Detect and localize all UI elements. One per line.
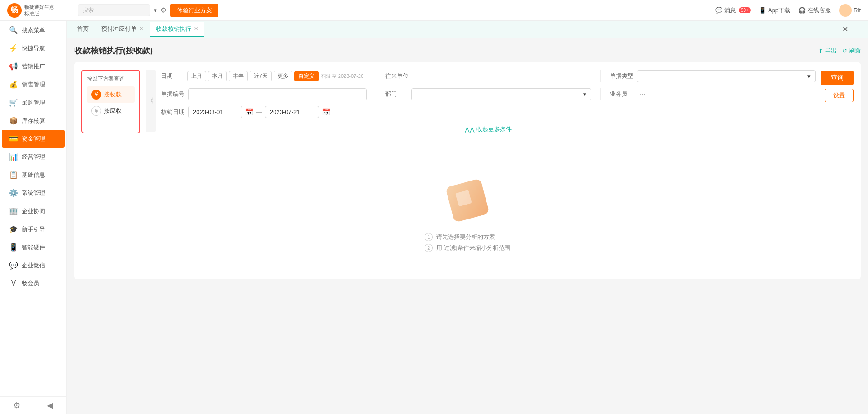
export-icon: ⬆ [818,48,823,54]
top-bar: 畅 畅捷通好生意 标准版 搜索 ▾ ⚙ 休验行业方案 💬 消息 99+ 📱 Ap… [0,0,868,21]
date-btn-last-month[interactable]: 上月 [187,71,206,81]
user-area[interactable]: Rit [839,4,861,17]
date-range-separator: — [256,109,262,115]
tab-bar-right: ✕ ⛶ [840,23,864,35]
operations-label: 经营管理 [22,153,45,161]
sidebar-item-purchase[interactable]: 🛒采购管理 [2,94,65,111]
refresh-button[interactable]: ↺ 刷新 [842,47,861,55]
date-btn-7days[interactable]: 近7天 [250,71,272,81]
empty-steps: 1 请先选择要分析的方案 2 用[过滤]条件来缩小分析范围 [425,233,510,252]
docnumber-label: 单据编号 [161,90,184,98]
date-btn-this-month[interactable]: 本月 [208,71,227,81]
logo-icon: 畅 [7,3,22,18]
message-icon: 💬 [715,7,722,14]
sidebar-item-enterprise[interactable]: 🏢企业协同 [2,202,65,220]
dropdown-arrow[interactable]: ▾ [154,7,157,14]
sidebar-item-operations[interactable]: 📊经营管理 [2,148,65,166]
service-icon: 🎧 [798,7,806,14]
tab-receivable-label: 收款核销执行 [156,25,191,33]
gear-button[interactable]: ⚙ [160,6,167,14]
filter-actions: 查询 设置 [821,70,854,133]
page-title-actions: ⬆ 导出 ↺ 刷新 [818,47,861,55]
sidebar-item-system[interactable]: ⚙️系统管理 [2,184,65,202]
doctype-select[interactable]: ▾ [637,70,816,82]
refresh-icon: ↺ [842,48,847,54]
enterprise-icon: 🏢 [9,207,18,215]
tab-expand-icon[interactable]: ⛶ [854,24,864,35]
sidebar-item-guide[interactable]: 🎓新手引导 [2,220,65,238]
sidebar-item-finance[interactable]: 💳资金管理 [2,130,65,148]
online-service-item[interactable]: 🎧 在线客服 [798,6,831,14]
tab-home[interactable]: 首页 [71,22,95,37]
tab-close-icon[interactable]: ✕ [840,23,850,35]
department-label: 部门 [385,90,408,98]
step-1-number: 1 [425,233,433,241]
brand-text: 畅捷通好生意 标准版 [24,4,54,17]
writeoff-date-start[interactable] [188,106,242,118]
date-filter: 日期 上月 本月 本年 近7天 更多 自定义 不限 至 2023-07-26 [161,71,367,81]
guide-label: 新手引导 [22,225,45,233]
doctype-filter: 单据类型 ▾ [610,70,816,82]
calendar-start-icon[interactable]: 📅 [245,108,254,116]
collapse-icon[interactable]: ◀ [47,400,53,410]
by-receivable-icon: ¥ [91,106,101,116]
sidebar-item-search-menu[interactable]: 🔍搜索菜单 [2,21,65,39]
sidebar-item-inventory[interactable]: 📦库存核算 [2,112,65,129]
purchase-icon: 🛒 [9,98,18,107]
settings-button[interactable]: 设置 [825,89,854,102]
search-menu-icon: 🔍 [9,26,18,34]
app-download-item[interactable]: 📱 App下载 [759,6,790,14]
industry-button[interactable]: 休验行业方案 [170,4,218,17]
guide-icon: 🎓 [9,225,18,233]
calendar-end-icon[interactable]: 📅 [322,108,330,116]
inventory-label: 库存核算 [22,117,45,125]
page-title-bar: 收款核销执行(按收款) ⬆ 导出 ↺ 刷新 [74,45,861,56]
sidebar-item-marketing[interactable]: 📢营销推广 [2,57,65,75]
counterparty-more-icon[interactable]: ··· [412,70,425,82]
page-content: 收款核销执行(按收款) ⬆ 导出 ↺ 刷新 按以下方案查询 ¥按收款¥按应收 [67,38,868,414]
sidebar-item-wechat[interactable]: 💬企业微信 [2,257,65,274]
sidebar-item-hardware[interactable]: 📱智能硬件 [2,238,65,256]
more-conditions-btn[interactable]: ⋀⋀ 收起更多条件 [465,125,512,133]
department-select[interactable]: ▾ [411,88,591,100]
query-button[interactable]: 查询 [821,71,854,85]
writeoff-date-end[interactable] [265,106,319,118]
docnumber-input[interactable] [188,88,367,100]
query-type-by-receipt[interactable]: ¥按收款 [87,86,135,103]
query-type-by-receivable[interactable]: ¥按应收 [87,103,135,119]
marketing-icon: 📢 [9,62,18,71]
date-hint: 不限 至 2023-07-26 [321,73,363,80]
message-item[interactable]: 💬 消息 99+ [715,6,751,14]
tab-receivable-close[interactable]: ✕ [194,26,198,32]
empty-box-illustration [445,178,490,223]
date-btn-more[interactable]: 更多 [274,71,292,81]
collapse-panel-btn[interactable]: 《 [146,70,156,132]
sales-icon: 💰 [9,80,18,89]
export-button[interactable]: ⬆ 导出 [818,47,837,55]
user-avatar [839,4,852,17]
enterprise-label: 企业协同 [22,207,45,215]
hardware-label: 智能硬件 [22,243,45,252]
top-bar-right: 💬 消息 99+ 📱 App下载 🎧 在线客服 Rit [715,4,861,17]
app-logo: 畅 畅捷通好生意 标准版 [7,3,74,18]
tab-prepay[interactable]: 预付冲应付单✕ [95,22,150,37]
sidebar-item-quick-nav[interactable]: ⚡快捷导航 [2,39,65,57]
settings-icon[interactable]: ⚙ [13,400,20,410]
member-icon: V [9,279,18,287]
tab-prepay-close[interactable]: ✕ [139,26,143,32]
filter-row-3: 核销日期 📅 — 📅 [161,106,816,118]
date-btn-custom[interactable]: 自定义 [294,71,319,81]
sidebar-item-sales[interactable]: 💰销售管理 [2,76,65,93]
tab-receivable[interactable]: 收款核销执行✕ [150,22,204,37]
filter-form: 日期 上月 本月 本年 近7天 更多 自定义 不限 至 2023-07-26 [161,70,816,133]
sidebar-item-member[interactable]: V畅会员 [2,275,65,292]
filter-content-wrapper: 按以下方案查询 ¥按收款¥按应收 《 日期 上月 本月 本年 [74,62,861,279]
page-title: 收款核销执行(按收款) [74,45,153,56]
by-receivable-label: 按应收 [104,107,122,115]
staff-more-icon[interactable]: ··· [636,88,649,100]
date-btn-this-year[interactable]: 本年 [229,71,248,81]
counterparty-filter: 往来单位 ··· [385,70,591,82]
sidebar-item-basic-info[interactable]: 📋基础信息 [2,166,65,184]
department-dropdown-icon: ▾ [583,91,586,98]
sales-label: 销售管理 [22,81,45,89]
